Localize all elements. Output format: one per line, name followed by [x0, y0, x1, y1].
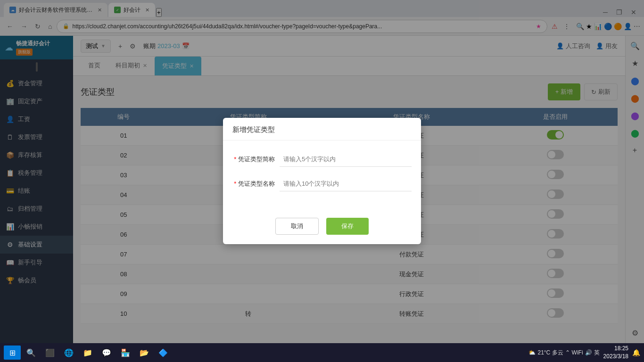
- taskbar-explorer-icon: 📁: [83, 348, 92, 357]
- taskbar-wechat[interactable]: 💬: [98, 346, 115, 360]
- cancel-button[interactable]: 取消: [275, 218, 319, 235]
- taskbar-clock: 18:25 2023/3/18: [603, 345, 628, 361]
- start-button[interactable]: ⊞: [4, 346, 21, 360]
- taskbar-system-icons: ⛅ 21°C 多云 ⌃ WiFi 🔊 英: [528, 349, 599, 357]
- dialog-body: 凭证类型简称 凭证类型名称: [223, 140, 421, 212]
- taskbar-edge[interactable]: 🔷: [155, 346, 172, 360]
- taskbar-folder-icon: 📂: [140, 348, 149, 357]
- taskbar-wechat-icon: 💬: [102, 348, 111, 357]
- add-voucher-type-dialog: 新增凭证类型 凭证类型简称 凭证类型名称 取消 保存: [223, 118, 421, 244]
- taskbar-taskview-icon: ⬛: [45, 348, 55, 357]
- taskbar-appstore-icon: 🏪: [121, 348, 130, 357]
- name-label: 凭证类型名称: [232, 180, 280, 188]
- taskbar-lang: 英: [594, 349, 600, 357]
- taskbar-notification-icon[interactable]: 🔔: [632, 349, 640, 356]
- taskbar-search[interactable]: 🔍: [23, 346, 40, 360]
- taskbar-file-explorer[interactable]: 📁: [79, 346, 96, 360]
- taskbar-date-value: 2023/3/18: [603, 353, 628, 361]
- abbr-input[interactable]: [280, 152, 412, 167]
- taskbar-temp: 21°C 多云: [537, 349, 563, 357]
- taskbar-chrome[interactable]: 🌐: [60, 346, 77, 360]
- taskbar-arrow-up: ⌃: [565, 349, 570, 356]
- dialog-footer: 取消 保存: [223, 212, 421, 244]
- form-row-abbr: 凭证类型简称: [232, 152, 412, 167]
- taskbar-folder[interactable]: 📂: [136, 346, 153, 360]
- dialog-title: 新增凭证类型: [232, 125, 275, 134]
- name-input[interactable]: [280, 176, 412, 191]
- form-row-name: 凭证类型名称: [232, 176, 412, 191]
- dialog-header: 新增凭证类型: [223, 118, 421, 140]
- dialog-overlay: 新增凭证类型 凭证类型简称 凭证类型名称 取消 保存: [0, 0, 644, 362]
- abbr-label: 凭证类型简称: [232, 155, 280, 164]
- taskbar-appstore[interactable]: 🏪: [117, 346, 134, 360]
- taskbar-speaker-icon: 🔊: [585, 349, 592, 356]
- taskbar-weather-icon: ⛅: [528, 349, 536, 356]
- taskbar-wifi-icon: WiFi: [572, 349, 583, 356]
- taskbar: ⊞ 🔍 ⬛ 🌐 📁 💬 🏪 📂 🔷 ⛅ 21°C 多云 ⌃ WiFi 🔊 英 1…: [0, 343, 644, 362]
- taskbar-time-value: 18:25: [603, 345, 628, 353]
- save-button[interactable]: 保存: [326, 218, 369, 235]
- taskbar-right: ⛅ 21°C 多云 ⌃ WiFi 🔊 英 18:25 2023/3/18 🔔: [528, 345, 640, 361]
- taskbar-task-view[interactable]: ⬛: [41, 346, 58, 360]
- taskbar-edge-icon: 🔷: [158, 348, 168, 357]
- taskbar-search-icon: 🔍: [26, 348, 36, 357]
- taskbar-chrome-icon: 🌐: [64, 348, 74, 357]
